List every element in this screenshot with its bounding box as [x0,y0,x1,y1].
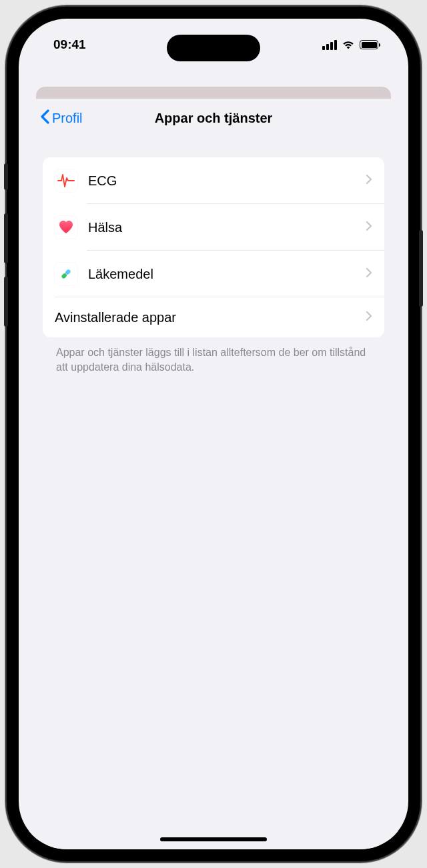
back-button-label: Profil [52,111,83,126]
apps-list: ECG [43,157,384,337]
app-row-label: Hälsa [88,220,366,235]
chevron-right-icon [366,311,372,324]
back-button[interactable]: Profil [40,109,83,127]
cellular-signal-icon [322,40,337,50]
volume-down-button [4,277,8,327]
home-indicator[interactable] [160,837,267,841]
app-row-health[interactable]: Hälsa [43,204,384,251]
volume-up-button [4,213,8,263]
chevron-right-icon [366,221,372,234]
app-row-ecg[interactable]: ECG [43,157,384,204]
modal-sheet: Profil Appar och tjänster ECG [29,99,398,849]
ecg-icon [55,169,77,192]
app-row-label: ECG [88,173,366,189]
silent-switch [4,163,8,190]
footer-text: Appar och tjänster läggs till i listan a… [43,337,384,374]
chevron-right-icon [366,267,372,281]
dynamic-island [167,35,260,61]
uninstalled-apps-label: Avinstallerade appar [55,310,366,325]
navigation-bar: Profil Appar och tjänster [29,99,398,137]
phone-frame: 09:41 [7,7,420,861]
app-row-label: Läkemedel [88,267,366,282]
uninstalled-apps-row[interactable]: Avinstallerade appar [43,297,384,337]
screen: 09:41 [19,19,408,849]
status-time: 09:41 [53,37,86,52]
battery-icon [360,40,380,49]
medication-icon [55,263,77,285]
page-title: Appar och tjänster [155,111,273,126]
status-icons [322,40,380,50]
content-area: ECG [29,137,398,374]
health-icon [55,216,77,239]
app-row-medication[interactable]: Läkemedel [43,251,384,297]
wifi-icon [342,40,355,50]
chevron-left-icon [40,109,49,127]
chevron-right-icon [366,174,372,187]
power-button [419,230,423,307]
